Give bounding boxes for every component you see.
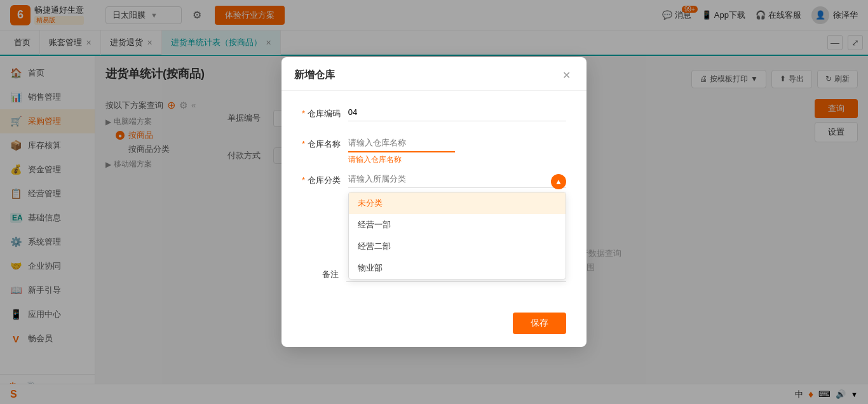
- remark-label: 备注: [302, 264, 346, 280]
- dialog-close-button[interactable]: ✕: [559, 67, 574, 83]
- modal-overlay: 新增仓库 ✕ * 仓库编码 * 仓库名称 请输入仓库名称: [0, 0, 868, 404]
- name-error-message: 请输入仓库名称: [348, 154, 402, 165]
- name-label: * 仓库名称: [302, 134, 348, 150]
- field-row-category: * 仓库分类 ▲ 未分类 经营一部 经营二部: [302, 170, 566, 188]
- dropdown-item-property[interactable]: 物业部: [349, 257, 566, 279]
- dropdown-item-unclassified[interactable]: 未分类: [349, 192, 566, 214]
- dropdown-item-dept2[interactable]: 经营二部: [349, 236, 566, 257]
- dialog-header: 新增仓库 ✕: [281, 57, 587, 91]
- name-input[interactable]: [348, 134, 455, 152]
- dialog-footer: 保存: [281, 307, 587, 347]
- dialog-title: 新增仓库: [294, 69, 335, 82]
- category-dropdown-toggle[interactable]: ▲: [551, 174, 566, 189]
- code-label: * 仓库编码: [302, 104, 348, 119]
- category-select-wrap: ▲ 未分类 经营一部 经营二部 物业部: [348, 170, 566, 188]
- field-row-name: * 仓库名称 请输入仓库名称: [302, 134, 566, 152]
- add-warehouse-dialog: 新增仓库 ✕ * 仓库编码 * 仓库名称 请输入仓库名称: [281, 57, 587, 347]
- save-button[interactable]: 保存: [513, 313, 566, 334]
- category-input[interactable]: [348, 170, 566, 188]
- code-input[interactable]: [348, 104, 566, 121]
- category-label: * 仓库分类: [302, 170, 348, 186]
- dropdown-item-dept1[interactable]: 经营一部: [349, 214, 566, 236]
- dialog-body: * 仓库编码 * 仓库名称 请输入仓库名称 * 仓库分类: [281, 91, 587, 307]
- field-row-code: * 仓库编码: [302, 104, 566, 121]
- category-dropdown-list: 未分类 经营一部 经营二部 物业部: [348, 192, 566, 279]
